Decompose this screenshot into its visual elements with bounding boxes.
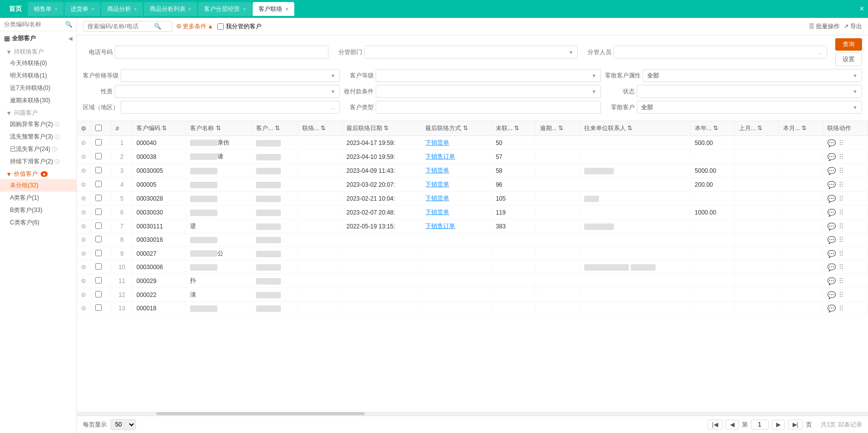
col-partner[interactable]: 往来单位联系人 ⇅ xyxy=(580,121,691,136)
chat-icon[interactable]: 💬 xyxy=(827,304,836,312)
last-contact-method[interactable] xyxy=(421,247,492,261)
action-cell[interactable]: 💬 ⠿ xyxy=(823,178,868,192)
last-page-btn[interactable]: ▶| xyxy=(788,420,803,430)
search-input[interactable] xyxy=(87,23,152,30)
chat-icon[interactable]: 💬 xyxy=(827,209,836,216)
sidebar-item-classB[interactable]: B类客户(33) xyxy=(0,204,76,216)
sidebar-item-churn-warn[interactable]: 流失预警客户(3) ⓘ xyxy=(0,131,76,143)
row-checkbox[interactable] xyxy=(95,139,102,145)
col-name[interactable]: 客户名称 ⇅ xyxy=(186,121,252,136)
horizontal-scrollbar[interactable] xyxy=(77,412,868,416)
more-conditions-btn[interactable]: ⚙ 更多条件 ▲ xyxy=(176,22,213,31)
action-cell[interactable]: 💬 ⠿ xyxy=(823,219,868,233)
gear-cell[interactable]: ⚙ xyxy=(77,288,91,302)
chat-icon[interactable]: 💬 xyxy=(827,181,836,189)
status-input[interactable]: ▼ xyxy=(637,85,862,98)
col-cust[interactable]: 客户... ⇅ xyxy=(252,121,298,136)
last-contact-method[interactable] xyxy=(421,288,492,302)
close-sales-tab[interactable]: × xyxy=(55,6,58,12)
col-cur-month[interactable]: 本月... ⇅ xyxy=(779,121,823,136)
last-contact-method[interactable]: 下销货单 xyxy=(421,206,492,219)
last-contact-method[interactable]: 下销售订单 xyxy=(421,150,492,164)
close-window-btn[interactable]: × xyxy=(860,4,864,13)
action-cell[interactable]: 💬 ⠿ xyxy=(823,192,868,206)
tab-cust-layer[interactable]: 客户分层经营 × xyxy=(198,2,252,16)
col-last-month[interactable]: 上月... ⇅ xyxy=(734,121,779,136)
action-cell[interactable]: 💬 ⠿ xyxy=(823,164,868,178)
row-checkbox[interactable] xyxy=(95,222,102,229)
row-checkbox[interactable] xyxy=(95,304,102,311)
grid-icon[interactable]: ⠿ xyxy=(839,236,844,244)
last-contact-method[interactable]: 下销货单 xyxy=(421,136,492,150)
grid-icon[interactable]: ⠿ xyxy=(839,263,844,271)
row-checkbox[interactable] xyxy=(95,236,102,242)
sidebar-item-overdue[interactable]: 逾期未联络(30) xyxy=(0,94,76,107)
grid-icon[interactable]: ⠿ xyxy=(839,277,844,285)
person-input[interactable]: … xyxy=(613,46,827,59)
query-btn[interactable]: 查询 xyxy=(835,38,862,51)
region-input[interactable]: … xyxy=(121,101,340,114)
row-checkbox[interactable] xyxy=(95,263,102,270)
chat-icon[interactable]: 💬 xyxy=(827,222,836,230)
grid-icon[interactable]: ⠿ xyxy=(839,181,844,189)
row-checkbox[interactable] xyxy=(95,209,102,215)
col-last-method[interactable]: 最后联络方式 ⇅ xyxy=(421,121,492,136)
nav-home[interactable]: 首页 xyxy=(4,4,27,13)
action-cell[interactable]: 💬 ⠿ xyxy=(823,206,868,219)
action-cell[interactable]: 💬 ⠿ xyxy=(823,288,868,302)
gear-cell[interactable]: ⚙ xyxy=(77,233,91,247)
sidebar-search-icon[interactable]: 🔍 xyxy=(65,21,72,28)
gear-cell[interactable]: ⚙ xyxy=(77,219,91,233)
close-goods-list-tab[interactable]: × xyxy=(189,6,192,12)
gear-cell[interactable]: ⚙ xyxy=(77,178,91,192)
reset-btn[interactable]: 设置 xyxy=(835,53,862,66)
chat-icon[interactable]: 💬 xyxy=(827,250,836,258)
search-box[interactable]: 🔍 xyxy=(83,21,172,32)
grid-icon[interactable]: ⠿ xyxy=(839,139,844,147)
grid-icon[interactable]: ⠿ xyxy=(839,222,844,230)
gear-cell[interactable]: ⚙ xyxy=(77,261,91,274)
action-cell[interactable]: 💬 ⠿ xyxy=(823,136,868,150)
next-page-btn[interactable]: ▶ xyxy=(772,420,785,430)
all-customers-title[interactable]: ⊞ 全部客户 ◀ xyxy=(0,31,76,46)
gear-cell[interactable]: ⚙ xyxy=(77,274,91,288)
last-contact-method[interactable] xyxy=(421,233,492,247)
tab-cust-contact[interactable]: 客户联络 × xyxy=(253,2,294,16)
col-code[interactable]: 客户编码 ⇅ xyxy=(133,121,186,136)
dept-input[interactable]: ▼ xyxy=(364,46,578,59)
cust-type-input[interactable] xyxy=(376,101,601,114)
gear-cell[interactable]: ⚙ xyxy=(77,150,91,164)
last-contact-method[interactable] xyxy=(421,274,492,288)
chat-icon[interactable]: 💬 xyxy=(827,153,836,161)
scrollbar-thumb[interactable] xyxy=(156,412,365,415)
last-contact-method[interactable]: 下销货单 xyxy=(421,164,492,178)
chat-icon[interactable]: 💬 xyxy=(827,236,836,244)
page-number-input[interactable] xyxy=(751,420,769,430)
action-cell[interactable]: 💬 ⠿ xyxy=(823,150,868,164)
gear-cell[interactable]: ⚙ xyxy=(77,247,91,261)
last-contact-method[interactable] xyxy=(421,302,492,315)
batch-ops-btn[interactable]: ☰ 批量操作 xyxy=(809,22,840,31)
gear-cell[interactable]: ⚙ xyxy=(77,192,91,206)
last-contact-method[interactable] xyxy=(421,261,492,274)
row-checkbox[interactable] xyxy=(95,153,102,159)
close-purchase-tab[interactable]: × xyxy=(91,6,94,12)
tab-purchase[interactable]: 进货单 × xyxy=(65,2,100,16)
grid-icon[interactable]: ⠿ xyxy=(839,304,844,312)
row-checkbox[interactable] xyxy=(95,167,102,173)
first-page-btn[interactable]: |◀ xyxy=(707,420,722,430)
close-goods-analysis-tab[interactable]: × xyxy=(134,6,137,12)
gear-cell[interactable]: ⚙ xyxy=(77,164,91,178)
phone-input[interactable] xyxy=(115,46,329,59)
grid-icon[interactable]: ⠿ xyxy=(839,250,844,258)
col-cur-year[interactable]: 本年... ⇅ xyxy=(690,121,734,136)
per-page-select[interactable]: 50 100 200 xyxy=(111,419,136,430)
chat-icon[interactable]: 💬 xyxy=(827,263,836,271)
row-checkbox[interactable] xyxy=(95,250,102,256)
action-cell[interactable]: 💬 ⠿ xyxy=(823,247,868,261)
sidebar-item-tomorrow[interactable]: 明天待联络(1) xyxy=(0,70,76,82)
col-overdue[interactable]: 逾期... ⇅ xyxy=(535,121,580,136)
last-contact-method[interactable]: 下销货单 xyxy=(421,178,492,192)
grid-icon[interactable]: ⠿ xyxy=(839,167,844,175)
chat-icon[interactable]: 💬 xyxy=(827,195,836,203)
